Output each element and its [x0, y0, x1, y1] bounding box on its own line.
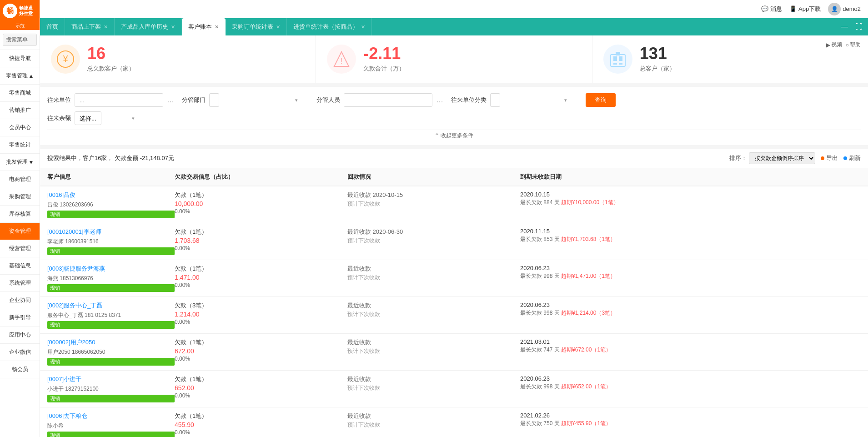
debt-info-cell: 欠款（1笔） 652.00 0.00% [175, 375, 347, 399]
tab-purchase-stat[interactable]: 进货单统计表（按商品） ✕ [287, 18, 372, 35]
debt-amount: 1,703.68 [175, 237, 347, 244]
customer-name-link[interactable]: [0002]服务中心_丁磊 [47, 301, 175, 310]
source-unit-input[interactable] [75, 93, 163, 107]
tab-production-history[interactable]: 产成品入库单历史 ✕ [115, 18, 182, 35]
dept-select[interactable] [209, 93, 219, 107]
repay-sub: 预计下次收款 [347, 237, 520, 245]
sidebar-item-ecommerce[interactable]: 电商管理 [0, 171, 40, 188]
customer-info-cell: [000002]用户2050 用户2050 18665062050 现销 [47, 338, 175, 366]
customer-name-link[interactable]: [0016]吕俊 [47, 191, 175, 199]
stat-debt-amount-icon: ! [327, 45, 356, 74]
source-class-select[interactable] [490, 93, 500, 107]
sidebar-item-inventory[interactable]: 库存核算 [0, 206, 40, 223]
brand-subtitle: 示范 [0, 22, 40, 30]
sidebar-item-basic-info[interactable]: 基础信息 [0, 257, 40, 275]
tab-product-shelf-close[interactable]: ✕ [104, 24, 108, 30]
customer-name-link[interactable]: [000002]用户2050 [47, 338, 175, 347]
svg-text:!: ! [341, 56, 343, 65]
overdue-link[interactable]: 超期¥1,703.68（1笔） [561, 236, 616, 242]
result-info: 搜索结果中，客户16家， 欠款金额 -21,148.07元 排序： 按欠款金额倒… [40, 149, 868, 168]
sidebar-item-batch-mgmt[interactable]: 批发管理 ▼ [0, 154, 40, 171]
overdue-link[interactable]: 超期¥652.00（1笔） [561, 383, 611, 390]
overdue-link[interactable]: 超期¥455.90（1笔） [561, 420, 611, 427]
view-video-btn[interactable]: ▶ 视频 [826, 41, 842, 49]
refresh-btn[interactable]: 刷新 [843, 154, 861, 162]
tab-home[interactable]: 首页 [40, 18, 65, 35]
filter-dept: 分管部门 ▾ [182, 93, 309, 107]
sidebar-item-quick-nav[interactable]: 快捷导航 [0, 50, 40, 67]
manager-dots[interactable]: … [436, 96, 444, 104]
customer-name-link[interactable]: [0003]畅捷服务尹海燕 [47, 265, 175, 273]
message-btn[interactable]: 💬 消息 [761, 5, 782, 13]
customer-name-link[interactable]: [0007]小进干 [47, 375, 175, 383]
tab-production-history-close[interactable]: ✕ [171, 24, 175, 30]
stat-total-customers-icon [603, 45, 632, 74]
customer-name-link[interactable]: [0006]去下粮仓 [47, 412, 175, 420]
svg-rect-6 [619, 56, 622, 61]
svg-rect-9 [616, 52, 620, 55]
sidebar-item-app-center[interactable]: 应用中心 [0, 326, 40, 344]
app-download-btn[interactable]: 📱 App下载 [789, 5, 821, 13]
sidebar-item-enterprise-wx[interactable]: 企业微信 [0, 344, 40, 361]
overdue-date: 2020.06.23 [520, 265, 861, 271]
export-btn[interactable]: 导出 [821, 154, 838, 162]
customer-tag: 现销 [47, 211, 175, 218]
user-menu[interactable]: 👤 demo2 [828, 3, 861, 15]
tab-production-history-label: 产成品入库单历史 [121, 23, 168, 31]
svg-rect-4 [611, 55, 625, 66]
main-area: 💬 消息 📱 App下载 👤 demo2 首页 商品上下架 ✕ 产成品入库单历史… [40, 0, 868, 437]
sidebar-item-member-plus[interactable]: 畅会员 [0, 361, 40, 378]
collapse-btn[interactable]: ⌃ 收起更多条件 [47, 130, 861, 141]
sidebar-item-new-guide[interactable]: 新手引导 [0, 309, 40, 326]
customer-info-cell: [0007]小进干 小进干 18279152100 现销 [47, 375, 175, 402]
customer-info-cell: [0006]去下粮仓 陈小希 现销 [47, 412, 175, 437]
table-row: [0006]去下粮仓 陈小希 现销 欠款（1笔） 455.90 0.00% 最近… [40, 407, 868, 437]
tabs-expand-btn[interactable]: ⛶ [853, 22, 864, 32]
source-unit-dots[interactable]: … [167, 96, 175, 104]
debt-amount: 1,214.00 [175, 311, 347, 318]
sort-select[interactable]: 按欠款金额倒序排序 [749, 152, 815, 164]
sidebar-item-retail-stat[interactable]: 零售统计 [0, 136, 40, 154]
tab-customer-account-close[interactable]: ✕ [215, 24, 219, 30]
tab-customer-account[interactable]: 客户账本 ✕ [182, 18, 226, 35]
search-menu-button[interactable]: 搜索菜单 [3, 34, 37, 46]
overdue-link[interactable]: 超期¥10,000.00（1笔） [561, 199, 619, 206]
result-text: 搜索结果中，客户16家， 欠款金额 -21,148.07元 [47, 154, 174, 162]
tab-purchase-stat-close[interactable]: ✕ [361, 24, 365, 30]
sidebar-item-capital-mgmt[interactable]: 资金管理 [0, 223, 40, 240]
tab-purchase-order[interactable]: 采购订单统计表 ✕ [226, 18, 287, 35]
tab-product-shelf[interactable]: 商品上下架 ✕ [65, 18, 115, 35]
overdue-link[interactable]: 超期¥1,471.00（1笔） [561, 273, 616, 279]
customer-name-link[interactable]: [0001020001]李老师 [47, 228, 175, 236]
overdue-info-cell: 2020.10.15 最长欠款 884 天 超期¥10,000.00（1笔） [520, 191, 861, 206]
help-btn[interactable]: ○ 帮助 [846, 41, 861, 49]
query-button[interactable]: 查询 [586, 93, 616, 107]
overdue-link[interactable]: 超期¥1,214.00（3笔） [561, 310, 616, 316]
manager-input[interactable] [344, 93, 432, 107]
sidebar-item-system-mgmt[interactable]: 系统管理 [0, 275, 40, 292]
tab-purchase-order-close[interactable]: ✕ [276, 24, 280, 30]
sidebar-item-purchase-mgmt[interactable]: 采购管理 [0, 188, 40, 206]
sidebar-item-member[interactable]: 会员中心 [0, 119, 40, 136]
balance-select[interactable]: 选择... [75, 111, 101, 125]
repay-info-cell: 最近收款 预计下次收款 [347, 338, 520, 355]
overdue-days: 最长欠款 998 天 超期¥1,471.00（1笔） [520, 272, 861, 280]
username: demo2 [843, 5, 861, 12]
col-overdue: 到期未收款日期 [520, 173, 861, 181]
sidebar-item-retail-mall[interactable]: 零售商城 [0, 85, 40, 102]
export-icon [821, 156, 824, 160]
customer-phone: 吕俊 13026203696 [47, 201, 175, 209]
sidebar-item-retail-mgmt[interactable]: 零售管理 ▲ [0, 67, 40, 85]
tab-customer-account-label: 客户账本 [188, 23, 212, 31]
tabs-minimize-btn[interactable]: — [839, 22, 850, 32]
sidebar-item-marketing[interactable]: 营销推广 [0, 102, 40, 119]
repay-label: 最近收款 [347, 265, 520, 273]
debt-info-cell: 欠款（3笔） 1,214.00 0.00% [175, 301, 347, 325]
sidebar-item-ops-mgmt[interactable]: 经营管理 [0, 240, 40, 257]
stats-bar: ¥ 16 总欠款客户（家） ! -2.11 欠款合计（万） [40, 35, 868, 83]
repay-label: 最近收款 [347, 375, 520, 383]
table-row: [0002]服务中心_丁磊 服务中心_丁磊 181 0125 8371 现销 欠… [40, 297, 868, 334]
overdue-link[interactable]: 超期¥672.00（1笔） [561, 347, 611, 353]
dept-label: 分管部门 [182, 96, 206, 104]
sidebar-item-enterprise[interactable]: 企业协同 [0, 292, 40, 309]
